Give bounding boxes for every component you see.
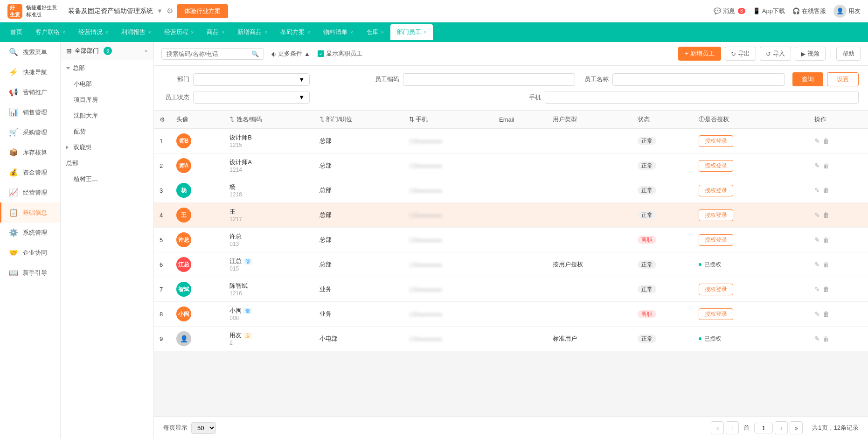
emp-name-input[interactable] <box>612 73 785 86</box>
left-nav-item-搜索菜单[interactable]: 🔍搜索菜单 <box>0 42 60 62</box>
auth-btn[interactable]: 授权登录 <box>699 234 733 246</box>
col-settings[interactable]: ⚙ <box>154 111 171 129</box>
page-size-select[interactable]: 50 <box>191 422 216 434</box>
user-area[interactable]: 👤 用友 <box>833 5 861 18</box>
delete-btn[interactable]: 🗑 <box>823 335 829 342</box>
left-nav-item-快捷导航[interactable]: ⚡快捷导航 <box>0 62 60 82</box>
add-employee-btn[interactable]: + 新增员工 <box>678 47 721 61</box>
delete-btn[interactable]: 🗑 <box>823 211 829 219</box>
left-nav-item-系统管理[interactable]: ⚙️系统管理 <box>0 223 60 243</box>
message-btn[interactable]: 💬 消息 6 <box>714 7 745 15</box>
nav-tab-物料清单[interactable]: 物料清单× <box>317 24 360 40</box>
close-tab-icon[interactable]: × <box>350 30 353 35</box>
online-service-btn[interactable]: 🎧 在线客服 <box>792 7 826 15</box>
export-btn[interactable]: ↻ 导出 <box>725 47 756 61</box>
edit-btn[interactable]: ✎ <box>814 261 820 268</box>
auth-btn[interactable]: 授权登录 <box>699 135 733 147</box>
left-nav-item-销售管理[interactable]: 📊销售管理 <box>0 102 60 122</box>
left-nav-item-企业协同[interactable]: 🤝企业协同 <box>0 243 60 263</box>
row-status: 正常 <box>632 129 693 153</box>
dept-item-root[interactable]: 总部 <box>61 60 153 76</box>
close-tab-icon[interactable]: × <box>222 30 224 35</box>
edit-btn[interactable]: ✎ <box>814 310 820 318</box>
set-btn[interactable]: 设置 <box>827 72 859 86</box>
auth-btn[interactable]: 授权登录 <box>699 308 733 320</box>
left-nav-item-采购管理[interactable]: 🛒采购管理 <box>0 122 60 142</box>
delete-btn[interactable]: 🗑 <box>823 137 829 145</box>
delete-btn[interactable]: 🗑 <box>823 162 829 169</box>
auth-btn[interactable]: 授权登录 <box>699 185 733 196</box>
help-btn[interactable]: 帮助 <box>836 47 861 61</box>
nav-tab-客户联络[interactable]: 客户联络× <box>29 24 72 40</box>
first-page-btn[interactable]: « <box>711 421 724 434</box>
collapse-btn[interactable]: « <box>145 48 148 54</box>
nav-tab-仓库[interactable]: 仓库× <box>360 24 390 40</box>
edit-btn[interactable]: ✎ <box>814 211 820 219</box>
col-dept[interactable]: ⇅ 部门/职位 <box>314 111 403 129</box>
col-name[interactable]: ⇅ 姓名/编码 <box>224 111 313 129</box>
delete-btn[interactable]: 🗑 <box>823 187 829 194</box>
last-page-btn[interactable]: » <box>790 421 803 434</box>
left-nav-item-基础信息[interactable]: 📋基础信息 <box>0 202 60 223</box>
nav-tab-新增商品[interactable]: 新增商品× <box>231 24 274 40</box>
close-tab-icon[interactable]: × <box>191 30 194 35</box>
left-nav-item-新手引导[interactable]: 📖新手引导 <box>0 263 60 283</box>
dept-item-zhishu[interactable]: 植树王二 <box>61 171 153 187</box>
nav-tab-首页[interactable]: 首页 <box>4 24 29 40</box>
search-input[interactable] <box>167 50 249 57</box>
close-tab-icon[interactable]: × <box>381 30 384 35</box>
dept-select[interactable]: ▼ <box>193 73 310 86</box>
emp-status-select[interactable]: ▼ <box>193 91 310 104</box>
close-tab-icon[interactable]: × <box>148 30 151 35</box>
next-page-btn[interactable]: › <box>775 421 788 434</box>
edit-btn[interactable]: ✎ <box>814 162 820 169</box>
dept-item-shuangluxiang[interactable]: 双鹿想 <box>61 139 153 155</box>
view-btn[interactable]: ▶ 视频 <box>795 47 826 61</box>
emp-code-input[interactable] <box>403 73 576 86</box>
auth-btn[interactable]: 授权登录 <box>699 160 733 172</box>
import-btn[interactable]: ↺ 导入 <box>760 47 791 61</box>
left-nav-item-经营管理[interactable]: 📈经营管理 <box>0 182 60 202</box>
edit-btn[interactable]: ✎ <box>814 286 820 293</box>
edit-btn[interactable]: ✎ <box>814 335 820 342</box>
delete-btn[interactable]: 🗑 <box>823 310 829 318</box>
dept-item-xiangmu[interactable]: 项目库房 <box>61 92 153 108</box>
page-input[interactable] <box>754 423 773 433</box>
nav-tab-利润报告[interactable]: 利润报告× <box>115 24 158 40</box>
more-filter-btn[interactable]: ⬖ 更多条件 ▲ <box>268 48 314 60</box>
settings-icon[interactable]: ⚙ <box>167 7 173 15</box>
nav-tab-商品[interactable]: 商品× <box>200 24 231 40</box>
dept-item-shenyang[interactable]: 沈阳大库 <box>61 108 153 124</box>
app-download-btn[interactable]: 📱 App下载 <box>753 7 785 15</box>
delete-btn[interactable]: 🗑 <box>823 261 829 268</box>
edit-btn[interactable]: ✎ <box>814 236 820 244</box>
close-tab-icon[interactable]: × <box>105 30 108 35</box>
close-tab-icon[interactable]: × <box>307 30 310 35</box>
close-tab-icon[interactable]: × <box>424 30 427 35</box>
prev-page-btn[interactable]: ‹ <box>726 421 739 434</box>
try-btn[interactable]: 体验行业方案 <box>177 4 228 18</box>
show-resign-toggle[interactable]: ✓ 显示离职员工 <box>318 49 362 58</box>
nav-tab-条码方案[interactable]: 条码方案× <box>274 24 317 40</box>
auth-btn[interactable]: 授权登录 <box>699 284 733 295</box>
delete-btn[interactable]: 🗑 <box>823 236 829 244</box>
dropdown-icon[interactable]: ▼ <box>157 7 163 14</box>
left-nav-item-资金管理[interactable]: 💰资金管理 <box>0 162 60 182</box>
dept-item-xiaodian[interactable]: 小电部 <box>61 76 153 92</box>
close-tab-icon[interactable]: × <box>62 30 65 35</box>
dept-item-peihuo[interactable]: 配货 <box>61 124 153 139</box>
phone-input[interactable] <box>545 91 859 104</box>
nav-tab-经营情况[interactable]: 经营情况× <box>72 24 115 40</box>
col-phone[interactable]: ⇅ 手机 <box>403 111 493 129</box>
close-tab-icon[interactable]: × <box>264 30 267 35</box>
left-nav-item-库存核算[interactable]: 📦库存核算 <box>0 142 60 162</box>
edit-btn[interactable]: ✎ <box>814 137 820 145</box>
left-nav-item-营销推广[interactable]: 📢营销推广 <box>0 82 60 102</box>
auth-btn[interactable]: 授权登录 <box>699 209 733 221</box>
dept-item-zongbu[interactable]: 总部 <box>61 155 153 171</box>
edit-btn[interactable]: ✎ <box>814 187 820 194</box>
nav-tab-部门员工[interactable]: 部门员工× <box>390 24 433 40</box>
nav-tab-经营历程[interactable]: 经营历程× <box>158 24 201 40</box>
search-btn[interactable]: 查询 <box>792 72 823 86</box>
delete-btn[interactable]: 🗑 <box>823 286 829 293</box>
